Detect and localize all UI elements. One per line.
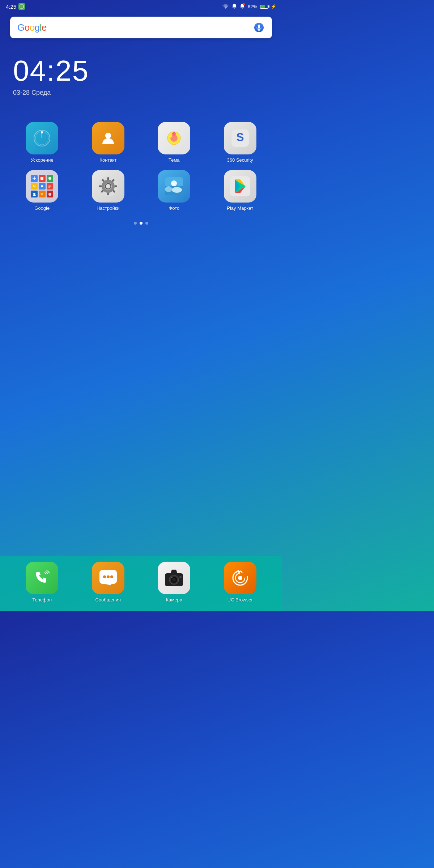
svg-point-2 bbox=[243, 3, 245, 5]
svg-point-56 bbox=[172, 578, 176, 582]
svg-point-11 bbox=[105, 133, 111, 139]
app-label-playstore: Play Маркет bbox=[227, 205, 253, 211]
app-icon-acceleration bbox=[26, 122, 58, 154]
app-360security[interactable]: S 360 Security bbox=[209, 122, 272, 163]
dot-2 bbox=[140, 222, 142, 225]
svg-rect-58 bbox=[179, 576, 182, 578]
wifi-icon bbox=[222, 4, 229, 10]
app-playstore[interactable]: Play Маркет bbox=[209, 170, 272, 211]
app-contact[interactable]: Контакт bbox=[77, 122, 140, 163]
svg-point-9 bbox=[41, 131, 43, 133]
svg-rect-18 bbox=[41, 177, 43, 180]
app-acceleration[interactable]: Ускорение bbox=[11, 122, 73, 163]
svg-text:M: M bbox=[33, 184, 36, 188]
svg-rect-29 bbox=[107, 192, 109, 195]
status-left: 4:25 ✓ bbox=[6, 3, 25, 10]
dock-camera[interactable]: Камера bbox=[143, 562, 205, 603]
app-icon-phone bbox=[26, 562, 58, 594]
google-search-bar[interactable]: Google bbox=[10, 17, 272, 38]
dot-3 bbox=[145, 222, 148, 225]
svg-point-52 bbox=[110, 575, 113, 578]
app-icon-360security: S bbox=[224, 122, 256, 154]
svg-rect-30 bbox=[99, 186, 102, 187]
status-bar: 4:25 ✓ bbox=[0, 0, 282, 13]
svg-point-61 bbox=[238, 576, 242, 580]
app-label-360security: 360 Security bbox=[227, 157, 253, 163]
app-label-settings: Настройки bbox=[97, 205, 120, 211]
notification-icon bbox=[240, 3, 245, 10]
app-notification-icon: ✓ bbox=[18, 3, 25, 10]
status-time: 4:25 bbox=[6, 4, 16, 10]
dock-phone[interactable]: Телефон bbox=[11, 562, 73, 603]
app-label-acceleration: Ускорение bbox=[31, 157, 54, 163]
svg-point-21 bbox=[41, 185, 43, 187]
app-icon-theme bbox=[158, 122, 190, 154]
clock-date: 03-28 Среда bbox=[13, 89, 282, 97]
svg-point-24 bbox=[48, 193, 51, 196]
app-icon-ucbrowser bbox=[224, 562, 256, 594]
svg-point-43 bbox=[172, 187, 182, 193]
svg-rect-28 bbox=[107, 177, 109, 180]
dot-1 bbox=[134, 222, 137, 225]
app-icon-photos bbox=[158, 170, 190, 203]
app-icon-camera bbox=[158, 562, 190, 594]
svg-point-41 bbox=[171, 180, 177, 186]
charging-icon: ⚡ bbox=[271, 4, 276, 9]
app-grid: Ускорение Контакт Тема S bbox=[0, 100, 282, 218]
app-label-photos: Фото bbox=[169, 205, 179, 211]
svg-point-51 bbox=[107, 575, 110, 578]
svg-marker-23 bbox=[41, 193, 43, 195]
app-theme[interactable]: Тема bbox=[143, 122, 205, 163]
mic-icon[interactable] bbox=[253, 22, 265, 33]
svg-point-14 bbox=[172, 132, 176, 136]
clock-area: 04:25 03-28 Среда bbox=[0, 38, 282, 100]
svg-point-19 bbox=[48, 177, 51, 180]
page-indicators bbox=[0, 222, 282, 225]
app-icon-contact bbox=[92, 122, 124, 154]
app-icon-playstore bbox=[224, 170, 256, 203]
dock-label-camera: Камера bbox=[166, 597, 182, 603]
app-label-theme: Тема bbox=[169, 157, 180, 163]
dock-ucbrowser[interactable]: UC Browser bbox=[209, 562, 272, 603]
app-icon-messages bbox=[92, 562, 124, 594]
app-label-contact: Контакт bbox=[99, 157, 116, 163]
svg-point-50 bbox=[103, 575, 106, 578]
svg-rect-40 bbox=[165, 194, 183, 195]
svg-rect-31 bbox=[114, 186, 117, 187]
svg-text:S: S bbox=[236, 131, 244, 144]
svg-text:✓: ✓ bbox=[21, 5, 23, 8]
status-right: 62% ⚡ bbox=[222, 3, 276, 10]
dock-messages[interactable]: Сообщения bbox=[77, 562, 140, 603]
google-logo: Google bbox=[17, 22, 47, 33]
alarm-icon bbox=[232, 3, 237, 10]
svg-rect-4 bbox=[258, 25, 260, 29]
svg-point-57 bbox=[171, 577, 173, 578]
dock-label-phone: Телефон bbox=[32, 597, 52, 603]
svg-point-42 bbox=[165, 186, 172, 192]
app-google-folder[interactable]: M Google bbox=[11, 170, 73, 211]
app-settings[interactable]: Настройки bbox=[77, 170, 140, 211]
app-icon-google-folder: M bbox=[26, 170, 58, 203]
app-icon-settings bbox=[92, 170, 124, 203]
dock: Телефон Сообщения bbox=[0, 556, 282, 611]
battery-percent: 62% bbox=[248, 4, 257, 9]
app-label-google-folder: Google bbox=[34, 205, 50, 211]
dock-label-messages: Сообщения bbox=[95, 597, 121, 603]
clock-time: 04:25 bbox=[13, 56, 282, 85]
app-photos[interactable]: Фото bbox=[143, 170, 205, 211]
svg-point-37 bbox=[106, 184, 110, 188]
dock-label-ucbrowser: UC Browser bbox=[227, 597, 253, 603]
battery-icon bbox=[260, 5, 268, 9]
